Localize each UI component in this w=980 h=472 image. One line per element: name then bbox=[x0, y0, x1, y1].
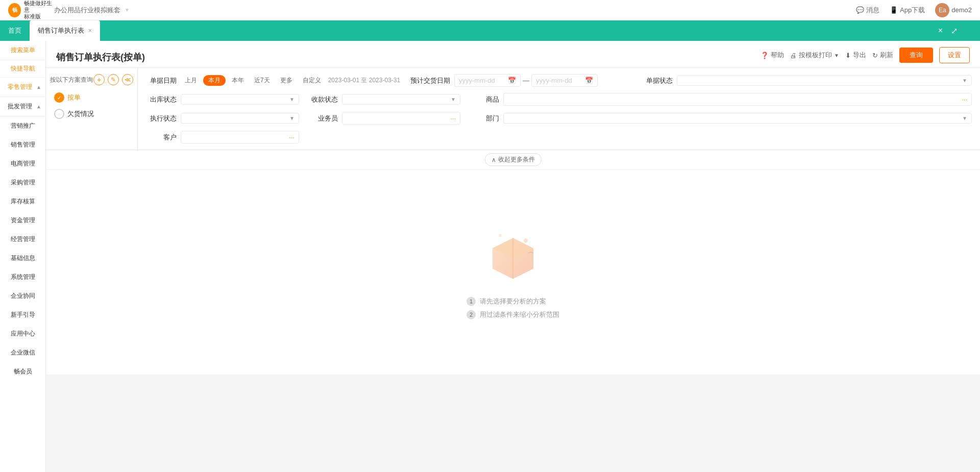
sidebar-item-member[interactable]: 畅会员 bbox=[0, 362, 45, 381]
filter-left: 按以下方案查询 + ✎ ≪ ✓ 按单 ○ 欠货情况 bbox=[46, 68, 138, 150]
collapse-left-button[interactable]: ≪ bbox=[122, 74, 133, 85]
empty-state: 1 请先选择要分析的方案 2 用过滤条件来缩小分析范围 bbox=[46, 170, 980, 374]
sidebar-search[interactable]: 搜索菜单 bbox=[0, 41, 45, 60]
sidebar-item-basic-info[interactable]: 基础信息 bbox=[0, 249, 45, 268]
department-select[interactable]: ▼ bbox=[503, 113, 972, 124]
payment-status-select[interactable]: ▼ bbox=[342, 94, 460, 105]
sidebar-section-retail: 零售管理 ▲ bbox=[0, 78, 45, 97]
avatar: Ea bbox=[935, 3, 949, 17]
add-plan-button[interactable]: + bbox=[93, 74, 105, 85]
date-tab-this-year[interactable]: 本年 bbox=[228, 75, 248, 86]
calendar-icon: 📅 bbox=[508, 77, 516, 84]
filter-right: 单据日期 上月 本月 本年 近7天 更多 自定义 20 bbox=[138, 68, 980, 150]
customer-select[interactable]: ··· bbox=[181, 131, 299, 144]
collapse-bar: ∧ 收起更多条件 bbox=[46, 150, 980, 169]
sidebar-item-operations[interactable]: 经营管理 bbox=[0, 230, 45, 249]
goods-dots: ··· bbox=[962, 96, 967, 103]
date-tab-custom[interactable]: 自定义 bbox=[299, 75, 325, 86]
department-label: 部门 bbox=[469, 114, 499, 123]
plan-item-shortage[interactable]: ○ 欠货情况 bbox=[50, 106, 133, 122]
tab-sales-order[interactable]: 销售订单执行表 × bbox=[30, 20, 100, 41]
empty-tip-1: 1 请先选择要分析的方案 bbox=[467, 297, 559, 306]
window-close-button[interactable]: × bbox=[936, 24, 945, 37]
payment-status-label: 收款状态 bbox=[307, 95, 338, 104]
main-content: 销售订单执行表(按单) ❓ 帮助 🖨 按模板打印 ▼ ⬇ 导出 ↻ 刷新 bbox=[46, 41, 980, 472]
query-button[interactable]: 查询 bbox=[899, 48, 933, 63]
page-title: 销售订单执行表(按单) bbox=[56, 51, 145, 63]
user-menu[interactable]: Ea demo2 bbox=[935, 3, 972, 17]
download-icon: 📱 bbox=[890, 6, 898, 14]
sidebar-item-enterprise[interactable]: 企业协同 bbox=[0, 287, 45, 305]
wholesale-arrow-icon: ▲ bbox=[36, 104, 41, 109]
logo-icon: 畅 bbox=[8, 3, 21, 17]
svg-point-4 bbox=[524, 239, 528, 243]
filter-row-4: 客户 ··· bbox=[146, 131, 972, 144]
date-tab-more[interactable]: 更多 bbox=[276, 75, 297, 86]
tip-num-1: 1 bbox=[467, 297, 476, 306]
sidebar-item-inventory[interactable]: 库存核算 bbox=[0, 192, 45, 211]
delivery-date-start[interactable]: yyyy-mm-dd 📅 bbox=[454, 74, 521, 87]
filter-row-3: 执行状态 ▼ 业务员 ··· bbox=[146, 112, 972, 125]
sidebar-item-system[interactable]: 系统管理 bbox=[0, 268, 45, 287]
filter-row-2: 出库状态 ▼ 收款状态 ▼ bbox=[146, 93, 972, 106]
sidebar-item-marketing[interactable]: 营销推广 bbox=[0, 116, 45, 135]
window-maximize-button[interactable]: ⤢ bbox=[949, 24, 960, 38]
date-tab-last-month[interactable]: 上月 bbox=[181, 75, 201, 86]
filter-plan-title: 按以下方案查询 + ✎ ≪ bbox=[50, 74, 133, 85]
delivery-date-end[interactable]: yyyy-mm-dd 📅 bbox=[531, 74, 598, 87]
execution-status-select[interactable]: ▼ bbox=[181, 113, 299, 124]
tab-bar: 首页 销售订单执行表 × × ⤢ bbox=[0, 20, 980, 41]
delivery-status-label: 出库状态 bbox=[146, 95, 177, 104]
order-status-label: 单据状态 bbox=[642, 76, 673, 85]
breadcrumb[interactable]: 办公用品行业模拟账套 ▼ bbox=[54, 6, 856, 15]
empty-tip-2: 2 用过滤条件来缩小分析范围 bbox=[467, 310, 559, 319]
refresh-button[interactable]: ↻ 刷新 bbox=[872, 51, 893, 60]
filter-panel: 按以下方案查询 + ✎ ≪ ✓ 按单 ○ 欠货情况 bbox=[46, 68, 980, 150]
print-icon: 🖨 bbox=[790, 52, 797, 59]
filter-row-1: 单据日期 上月 本月 本年 近7天 更多 自定义 20 bbox=[146, 74, 972, 87]
date-separator: — bbox=[523, 77, 529, 84]
sidebar-item-sales[interactable]: 销售管理 bbox=[0, 135, 45, 154]
sidebar-item-wholesale[interactable]: 批发管理 ▲ bbox=[0, 97, 45, 116]
date-range-delivery: yyyy-mm-dd 📅 — yyyy-mm-dd 📅 bbox=[454, 74, 598, 87]
sidebar-item-purchase[interactable]: 采购管理 bbox=[0, 173, 45, 192]
goods-select[interactable]: ··· bbox=[503, 93, 972, 106]
retail-arrow-icon: ▲ bbox=[36, 84, 41, 90]
sidebar-item-ecommerce[interactable]: 电商管理 bbox=[0, 154, 45, 173]
department-caret-icon: ▼ bbox=[962, 115, 967, 121]
order-status-caret-icon: ▼ bbox=[962, 78, 967, 83]
sidebar-item-wechat[interactable]: 企业微信 bbox=[0, 343, 45, 362]
salesman-select[interactable]: ··· bbox=[342, 112, 460, 125]
order-status-select[interactable]: ▼ bbox=[677, 75, 972, 86]
empty-illustration bbox=[482, 225, 544, 287]
sidebar-item-finance[interactable]: 资金管理 bbox=[0, 211, 45, 230]
app-download-button[interactable]: 📱 App下载 bbox=[890, 6, 925, 15]
sidebar-item-app-center[interactable]: 应用中心 bbox=[0, 324, 45, 343]
tab-home[interactable]: 首页 bbox=[0, 20, 30, 41]
sidebar-item-retail[interactable]: 零售管理 ▲ bbox=[0, 78, 45, 97]
filter-field-delivery: 预计交货日期 yyyy-mm-dd 📅 — yyyy-mm-dd 📅 bbox=[409, 74, 634, 87]
help-button[interactable]: ❓ 帮助 bbox=[761, 51, 784, 60]
date-tab-this-month[interactable]: 本月 bbox=[203, 75, 226, 86]
delivery-label: 预计交货日期 bbox=[409, 76, 450, 85]
customer-dots: ··· bbox=[289, 133, 295, 141]
tab-close-icon[interactable]: × bbox=[88, 27, 92, 34]
settings-button[interactable]: 设置 bbox=[939, 47, 970, 63]
tab-bar-right: × ⤢ bbox=[936, 24, 960, 38]
delivery-status-select[interactable]: ▼ bbox=[181, 94, 299, 105]
sidebar-quick-nav[interactable]: 快捷导航 bbox=[0, 60, 45, 78]
message-button[interactable]: 💬 消息 bbox=[856, 6, 879, 15]
logo: 畅 畅捷做好生意 标准版 bbox=[8, 0, 54, 20]
collapse-icon: ∧ bbox=[492, 156, 496, 163]
export-button[interactable]: ⬇ 导出 bbox=[845, 51, 866, 60]
date-tab-7days[interactable]: 近7天 bbox=[250, 75, 274, 86]
help-icon: ❓ bbox=[761, 52, 769, 59]
layout: 搜索菜单 快捷导航 零售管理 ▲ 批发管理 ▲ 营销推广 销售管理 电商管理 采 bbox=[0, 0, 980, 472]
plan-item-order[interactable]: ✓ 按单 bbox=[50, 89, 133, 106]
edit-plan-button[interactable]: ✎ bbox=[108, 74, 119, 85]
print-arrow-icon: ▼ bbox=[834, 53, 839, 58]
salesman-dots: ··· bbox=[450, 114, 456, 122]
sidebar-item-guide[interactable]: 新手引导 bbox=[0, 305, 45, 324]
print-button[interactable]: 🖨 按模板打印 ▼ bbox=[790, 51, 839, 60]
collapse-button[interactable]: ∧ 收起更多条件 bbox=[485, 153, 542, 166]
